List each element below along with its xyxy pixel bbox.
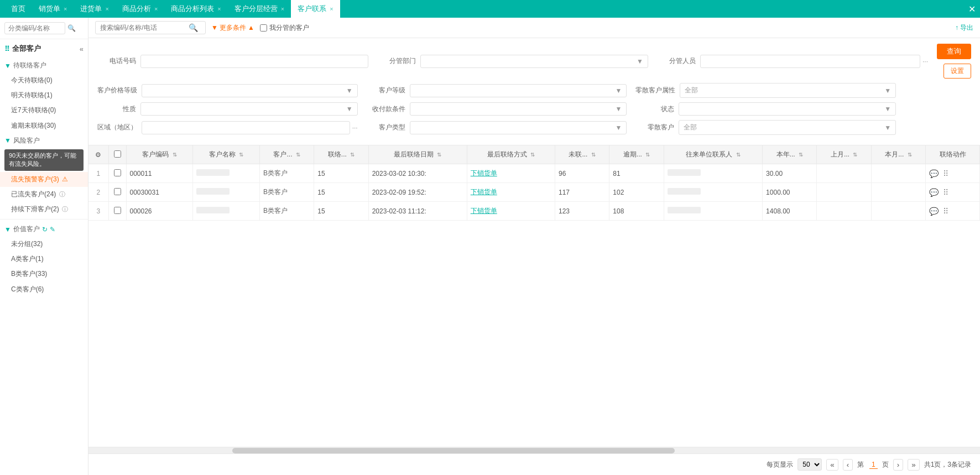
select-all-checkbox[interactable] [114,150,121,158]
nav-tab-purchase[interactable]: 进货单 × [74,0,115,18]
sidebar-search-input[interactable] [4,22,65,34]
status-select[interactable]: ▼ [679,102,896,116]
filter-bar: 🔍 ▼ 更多条件 ▲ 我分管的客户 ↑ 导出 [88,18,980,38]
app-root: 首页 销货单 × 进货单 × 商品分析 × 商品分析列表 × 客户分层经营 × … [0,0,980,475]
manager-input[interactable] [700,55,920,68]
my-customers-check[interactable] [260,24,267,32]
row-contact-icon-1[interactable]: 💬 [929,188,939,197]
payment-select[interactable]: ▼ [410,102,627,116]
this-month-sort-icon[interactable]: ⇅ [908,152,912,158]
sidebar-all-customers[interactable]: ⠿ 全部客户 « [0,39,88,58]
my-customers-checkbox[interactable]: 我分管的客户 [260,23,309,33]
sidebar-section-pending[interactable]: ▼ 待联络客户 [0,58,88,73]
last-date-sort-icon[interactable]: ⇅ [437,152,441,158]
row-checkbox-1[interactable] [108,183,126,202]
sidebar-item-a-class[interactable]: A类客户(1) [0,252,88,267]
manager-dots[interactable]: ··· [922,58,928,65]
manager-label: 分管人员 [657,56,696,66]
row-contact-person-2 [664,202,762,221]
nav-tab-customer-tier[interactable]: 客户分层经营 × [228,0,291,18]
sidebar-item-today[interactable]: 今天待联络(0) [0,73,88,88]
row-contact-icon-2[interactable]: 💬 [929,207,939,216]
type-sort-icon[interactable]: ⇅ [296,152,300,158]
close-tab-customer-contact[interactable]: × [330,6,333,12]
last-page-button[interactable]: » [908,459,919,471]
region-input[interactable] [142,121,350,134]
sidebar-divider [0,219,88,220]
sidebar-item-7days[interactable]: 近7天待联络(0) [0,103,88,118]
settings-button[interactable]: 设置 [943,64,971,79]
customer-type-select[interactable]: ▼ [410,121,627,134]
th-checkbox[interactable] [108,145,126,164]
scrollbar-thumb[interactable] [232,448,675,453]
retail-attr-select[interactable]: 全部 ▼ [680,83,896,98]
search-input[interactable] [100,24,189,32]
close-tab-purchase[interactable]: × [105,6,108,12]
close-tab-analysis-list[interactable]: × [217,6,221,12]
sidebar-item-ungrouped[interactable]: 未分组(32) [0,237,88,252]
first-page-button[interactable]: « [826,459,838,471]
export-button[interactable]: ↑ 导出 [955,23,973,33]
dept-select[interactable]: ▼ [420,55,648,68]
contact-person-sort-icon[interactable]: ⇅ [736,152,741,158]
code-sort-icon[interactable]: ⇅ [173,152,177,158]
row-this-month-1 [871,183,925,202]
nav-tab-analysis[interactable]: 商品分析 × [116,0,164,18]
close-tab-customer-tier[interactable]: × [281,6,284,12]
close-tab-analysis[interactable]: × [154,6,158,12]
row-checkbox-0[interactable] [108,164,126,183]
sidebar-item-tomorrow[interactable]: 明天待联络(1) [0,88,88,103]
nav-tab-analysis-list[interactable]: 商品分析列表 × [164,0,227,18]
nature-select[interactable]: ▼ [140,102,358,116]
status-label: 状态 [635,105,674,114]
row-more-icon-0[interactable]: ⠿ [943,169,948,178]
pagination: 每页显示 50 « ‹ 第 1 页 › » 共1页，3条记录 [88,453,980,475]
page-size-select[interactable]: 50 [797,458,822,471]
sidebar-item-declining[interactable]: 持续下滑客户(2) ⓘ [0,202,88,217]
retail-customer-select[interactable]: 全部 ▼ [679,120,896,135]
prev-page-button[interactable]: ‹ [843,459,853,471]
horizontal-scrollbar[interactable] [88,447,980,453]
query-button[interactable]: 查询 [937,44,971,59]
uncontacted-sort-icon[interactable]: ⇅ [591,152,596,158]
region-dots[interactable]: ··· [352,124,358,132]
sidebar-section-value[interactable]: ▼ 价值客户 ↻ ✎ [0,222,88,237]
search-button[interactable]: 🔍 [189,23,198,32]
sidebar-item-b-class[interactable]: B类客户(33) [0,267,88,281]
retail-attr-arrow: ▼ [884,87,891,95]
more-conditions-button[interactable]: ▼ 更多条件 ▲ [211,23,254,33]
sidebar-item-overdue[interactable]: 逾期未联络(30) [0,118,88,133]
overdue-sort-icon[interactable]: ⇅ [645,152,650,158]
row-contacts-0: 15 [314,164,368,183]
th-settings[interactable]: ⚙ [88,145,108,164]
sidebar-search-icon[interactable]: 🔍 [67,24,76,32]
last-month-sort-icon[interactable]: ⇅ [853,152,857,158]
price-level-select[interactable]: ▼ [142,84,358,97]
last-method-sort-icon[interactable]: ⇅ [530,152,535,158]
sidebar-item-churn-warning[interactable]: 流失预警客户(3) ⚠ [0,172,88,187]
row-name-2 [193,202,260,221]
next-page-button[interactable]: › [893,459,903,471]
retail-attr-label: 零散客户属性 [635,86,675,95]
close-tab-sales[interactable]: × [64,6,67,12]
row-more-icon-1[interactable]: ⠿ [943,188,948,197]
edit-value-icon[interactable]: ✎ [50,226,55,233]
sidebar-item-churned[interactable]: 已流失客户(24) ⓘ [0,187,88,202]
contacts-sort-icon[interactable]: ⇅ [350,152,355,158]
nav-tab-customer-contact[interactable]: 客户联系 × [291,0,340,18]
nav-tab-home[interactable]: 首页 [4,0,32,18]
refresh-value-icon[interactable]: ↻ [42,226,48,233]
row-checkbox-2[interactable] [108,202,126,221]
this-year-sort-icon[interactable]: ⇅ [799,152,803,158]
row-contact-icon-0[interactable]: 💬 [929,169,939,178]
phone-input[interactable] [140,55,368,68]
sidebar-section-risk[interactable]: ▼ 风险客户 [0,133,88,148]
page-label-after: 页 [882,460,889,469]
name-sort-icon[interactable]: ⇅ [239,152,243,158]
close-all-button[interactable]: ✕ [968,4,976,14]
row-more-icon-2[interactable]: ⠿ [943,207,948,216]
nav-tab-sales[interactable]: 销货单 × [32,0,74,18]
sidebar-item-c-class[interactable]: C类客户(6) [0,282,88,297]
settings-gear-icon[interactable]: ⚙ [95,151,101,159]
customer-level-select[interactable]: ▼ [410,84,627,97]
